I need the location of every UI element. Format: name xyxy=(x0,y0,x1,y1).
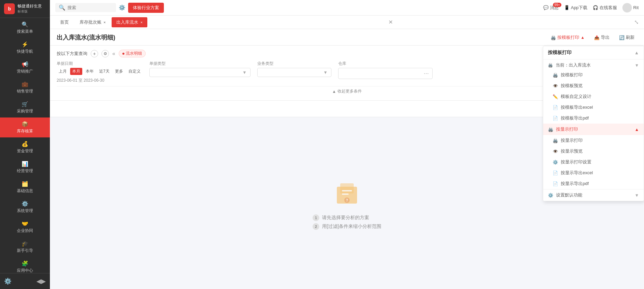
warehouse-field: 仓库 ··· xyxy=(338,61,433,79)
search-input[interactable] xyxy=(67,5,108,10)
sidebar-item-system[interactable]: ⚙️ 系统管理 xyxy=(0,197,50,217)
date-quick-btns: 上月 本月 本年 近7天 更多 自定义 xyxy=(57,68,143,75)
sidebar-item-sales[interactable]: 💼 销售管理 xyxy=(0,78,50,98)
sidebar-item-finance[interactable]: 💰 资金管理 xyxy=(0,137,50,157)
dp-footer-label: 设置默认功能 xyxy=(556,192,582,198)
date-btn-more[interactable]: 更多 xyxy=(113,68,125,75)
voucher-type-select[interactable]: ▼ xyxy=(149,68,251,77)
dp-item-display-excel[interactable]: 📄 按显示导出excel xyxy=(543,167,644,178)
dp-item-template-print[interactable]: 🖨️ 按模板打印 xyxy=(543,70,644,80)
dp-current-label: 当前：出入库流水 xyxy=(556,62,591,68)
dp-item-display-preview[interactable]: 👁️ 按显示预览 xyxy=(543,146,644,157)
filter-tag-label: 流水明细 xyxy=(126,51,142,56)
tab-home-label: 首页 xyxy=(60,19,69,25)
user-profile[interactable]: Rit xyxy=(622,3,639,12)
sidebar-item-basic[interactable]: 🗂️ 基础信息 xyxy=(0,177,50,197)
sidebar-item-label: 经营管理 xyxy=(17,168,33,174)
dp-item-template-custom[interactable]: ✏️ 模板自定义设计 xyxy=(543,91,644,102)
dp-section2-active[interactable]: 🖨️ 按显示打印 ▲ xyxy=(543,124,644,135)
refresh-btn[interactable]: 🔄 刷新 xyxy=(616,33,637,42)
empty-step-1: 1 请先选择要分析的方案 xyxy=(313,214,381,221)
dp-item-label: 按模板打印 xyxy=(561,72,583,78)
collapse-label: 收起更多条件 xyxy=(338,88,362,94)
dp-item-template-excel[interactable]: 📄 按模板导出excel xyxy=(543,102,644,113)
app-download-btn[interactable]: 📱 App下载 xyxy=(564,5,587,11)
voucher-type-field: 单据类型 ▼ xyxy=(149,61,251,77)
chevron-up-icon2: ▲ xyxy=(332,89,336,94)
dp-close-chevron[interactable]: ▲ xyxy=(634,50,639,55)
message-btn[interactable]: 💬 消息 99+ xyxy=(543,5,559,11)
export-btn[interactable]: 📤 导出 xyxy=(591,33,612,42)
system-icon: ⚙️ xyxy=(22,201,28,207)
tab-batch-close[interactable]: × xyxy=(104,20,106,24)
online-service-btn[interactable]: 🎧 在线客服 xyxy=(593,5,617,11)
tab-flow-close[interactable]: × xyxy=(140,20,142,24)
print-template-btn[interactable]: 🖨️ 按模板打印 ▲ xyxy=(548,33,587,42)
business-type-field: 业务类型 ▼ xyxy=(257,61,331,77)
current-icon: 🖨️ xyxy=(548,63,553,68)
dp-item-template-pdf[interactable]: 📄 按模板导出pdf xyxy=(543,113,644,124)
sidebar-item-operation[interactable]: 📊 经营管理 xyxy=(0,157,50,177)
sidebar-item-label: 快捷导航 xyxy=(17,49,33,54)
expand-btn[interactable]: ⤡ xyxy=(634,19,639,25)
tab-flow[interactable]: 出入库流水 × xyxy=(112,17,147,27)
business-type-select[interactable]: ▼ xyxy=(257,68,331,77)
sidebar-item-inventory[interactable]: 📦 库存核算 xyxy=(0,117,50,137)
step-1-text: 请先选择要分析的方案 xyxy=(322,215,369,221)
dp-current-chevron: ▼ xyxy=(635,63,639,68)
filter-add-btn[interactable]: + xyxy=(91,50,98,57)
dp-item-label: 模板自定义设计 xyxy=(561,94,591,100)
empty-steps: 1 请先选择要分析的方案 2 用[过滤]条件来缩小分析范围 xyxy=(313,214,381,230)
sidebar-item-guide[interactable]: 🎓 新手引导 xyxy=(0,237,50,257)
sidebar-item-marketing[interactable]: 📢 营销推广 xyxy=(0,58,50,78)
tab-home[interactable]: 首页 xyxy=(55,17,74,27)
svg-rect-3 xyxy=(342,193,349,195)
date-btn-7days[interactable]: 近7天 xyxy=(97,68,112,75)
date-btn-custom[interactable]: 自定义 xyxy=(126,68,143,75)
content-area: 出入库流水(流水明细) 🖨️ 按模板打印 ▲ 📤 导出 🔄 刷新 xyxy=(50,29,644,289)
warehouse-select[interactable]: ··· xyxy=(338,68,433,79)
dp-item-icon: 👁️ xyxy=(553,149,558,154)
dp-footer-chevron: ▼ xyxy=(635,193,639,198)
filter-settings-btn[interactable]: ⚙ xyxy=(101,50,109,57)
more-options-icon[interactable]: ··· xyxy=(424,70,429,77)
refresh-icon: 🔄 xyxy=(619,35,624,40)
logo-icon: b xyxy=(4,3,15,14)
dp-item-display-settings[interactable]: ⚙️ 按显示打印设置 xyxy=(543,157,644,167)
sidebar-item-quick-nav[interactable]: ⚡ 快捷导航 xyxy=(0,38,50,58)
dp-item-display-print[interactable]: 🖨️ 按显示打印 xyxy=(543,135,644,146)
dp-title: 按模板打印 xyxy=(548,50,572,56)
sidebar-item-coop[interactable]: 🤝 企业协同 xyxy=(0,217,50,237)
basic-icon: 🗂️ xyxy=(22,181,28,187)
filter-collapse-icon[interactable]: « xyxy=(112,51,115,57)
date-btn-this-month[interactable]: 本月 xyxy=(70,68,82,75)
dp-item-template-preview[interactable]: 👁️ 按模板预览 xyxy=(543,80,644,91)
dp-footer-settings[interactable]: ⚙️ 设置默认功能 ▼ xyxy=(543,189,644,201)
sidebar-item-search[interactable]: 🔍 搜索菜单 xyxy=(0,18,50,38)
collapse-icon[interactable]: ◀▶ xyxy=(36,278,46,285)
date-btn-this-year[interactable]: 本年 xyxy=(84,68,96,75)
trial-button[interactable]: 体验行业方案 xyxy=(128,3,164,13)
empty-illustration: ? xyxy=(330,177,364,210)
filter-label: 按以下方案查询 xyxy=(57,51,87,57)
date-btn-last-month[interactable]: 上月 xyxy=(57,68,69,75)
tab-batch[interactable]: 库存批次账 × xyxy=(75,17,110,27)
dp-item-label: 按模板导出excel xyxy=(561,104,593,110)
svg-rect-1 xyxy=(340,183,354,193)
filter-tag[interactable]: 流水明细 xyxy=(119,50,146,57)
dp-item-icon: 👁️ xyxy=(553,83,558,88)
chevron-up-icon: ▲ xyxy=(581,35,585,40)
settings-icon[interactable]: ⚙️ xyxy=(4,278,11,285)
sales-icon: 💼 xyxy=(22,81,28,87)
topbar-search-box[interactable]: 🔍 xyxy=(55,3,116,12)
tag-dot xyxy=(122,53,124,55)
sidebar-item-purchase[interactable]: 🛒 采购管理 xyxy=(0,98,50,117)
search-icon: 🔍 xyxy=(22,21,28,28)
coop-icon: 🤝 xyxy=(22,220,28,227)
gear-icon[interactable]: ⚙️ xyxy=(119,4,125,11)
dp-footer-icon: ⚙️ xyxy=(548,193,553,198)
dp-item-icon: 📄 xyxy=(553,105,558,110)
close-all-btn[interactable]: ✕ xyxy=(388,19,393,25)
sidebar-item-app-center[interactable]: 🧩 应用中心 xyxy=(0,257,50,273)
dp-item-display-pdf[interactable]: 📄 按显示导出pdf xyxy=(543,178,644,189)
